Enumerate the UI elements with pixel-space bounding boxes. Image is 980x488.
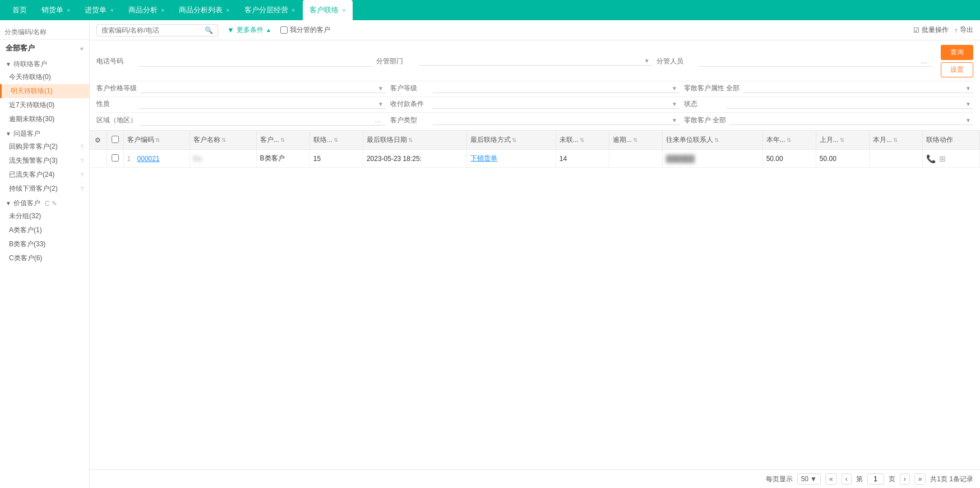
value-extra-icons[interactable]: C ✎ [45, 200, 57, 208]
nav-home[interactable]: 首页 [6, 0, 34, 20]
th-not-linked: 未联...⇅ [556, 131, 609, 150]
sort-name-icon[interactable]: ⇅ [221, 137, 226, 143]
close-product-analysis-list-icon[interactable]: × [226, 7, 229, 13]
prev-page-btn[interactable]: ‹ [842, 473, 852, 485]
sidebar-item-declining[interactable]: 持续下滑客户(2) ? [0, 182, 89, 196]
sort-type-icon[interactable]: ⇅ [280, 137, 285, 143]
sort-contact-person-icon[interactable]: ⇅ [714, 137, 719, 143]
sidebar-item-class-b[interactable]: B类客户(33) [0, 237, 89, 251]
filter-region-select[interactable]: … [140, 115, 386, 126]
th-name-label: 客户名称 [193, 136, 220, 144]
filter-phone-input[interactable] [139, 56, 372, 67]
filter-dept-select[interactable]: ▼ [419, 57, 651, 66]
select-all-checkbox[interactable] [112, 136, 119, 143]
sort-overdue-icon[interactable]: ⇅ [633, 137, 637, 143]
query-button[interactable]: 查询 [941, 45, 973, 60]
filter-level-select[interactable]: ▼ [433, 84, 679, 93]
close-customer-contact-icon[interactable]: × [342, 7, 345, 13]
nav-purchase[interactable]: 进货单 × [78, 0, 120, 20]
sidebar-item-class-a[interactable]: A类客户(1) [0, 223, 89, 237]
row-overdue [609, 150, 662, 168]
filter-price-level: 客户价格等级 ▼ [96, 84, 386, 93]
row-code-value[interactable]: 000021 [137, 155, 160, 163]
row-last-method-value[interactable]: 下销货单 [470, 154, 497, 162]
current-page-input[interactable] [867, 473, 884, 485]
group-pending-contact[interactable]: ▼ 待联络客户 [0, 57, 89, 70]
filter-status-select[interactable]: ▼ [727, 100, 973, 109]
settings-button[interactable]: 设置 [941, 62, 973, 77]
filter-payment-select[interactable]: ▼ [433, 100, 679, 109]
help-declining-icon: ? [80, 186, 84, 192]
th-type-label: 客户... [260, 136, 279, 144]
filter-person-label: 分管人员 [657, 57, 696, 66]
filter-retail-customer-select[interactable]: ▼ [729, 116, 973, 125]
sort-this-year-icon[interactable]: ⇅ [787, 137, 791, 143]
all-customers-title[interactable]: 全部客户 « [0, 40, 89, 57]
sort-last-month-icon[interactable]: ⇅ [840, 137, 844, 143]
settings-icon[interactable]: ⚙ [95, 136, 101, 144]
sidebar-item-repurchase-abnormal[interactable]: 回购异常客户(2) ? [0, 140, 89, 154]
table-container: ⚙ 客户编码⇅ 客户名称⇅ 客户...⇅ 联络...⇅ 最后联络日期⇅ 最后联络… [90, 131, 980, 469]
all-customers-label: 全部客户 [6, 43, 35, 53]
close-purchase-icon[interactable]: × [110, 7, 113, 13]
sort-this-month-icon[interactable]: ⇅ [893, 137, 898, 143]
nav-product-analysis[interactable]: 商品分析 × [122, 0, 171, 20]
close-sales-icon[interactable]: × [67, 7, 70, 13]
search-input[interactable] [101, 26, 202, 34]
sidebar-item-churn-warning[interactable]: 流失预警客户(3) ? [0, 154, 89, 168]
sort-not-linked-icon[interactable]: ⇅ [580, 137, 584, 143]
nav-customer-contact[interactable]: 客户联络 × [303, 0, 352, 20]
toolbar: 🔍 ▼ 更多条件 ▲ 我分管的客户 ☑ 批量操作 ↑ 导出 [90, 20, 980, 40]
page-size-select[interactable]: 50 ▼ [797, 473, 821, 485]
my-customers-checkbox-container[interactable]: 我分管的客户 [280, 25, 330, 35]
sort-last-method-icon[interactable]: ⇅ [512, 137, 516, 143]
row-checkbox[interactable] [112, 154, 119, 162]
help-churned-icon: ? [80, 172, 84, 178]
th-actions: 联络动作 [923, 131, 980, 150]
person-dots-icon[interactable]: … [918, 57, 930, 65]
filter-level-label: 客户等级 [390, 84, 429, 93]
sort-code-icon[interactable]: ⇅ [155, 137, 160, 143]
sort-last-date-icon[interactable]: ⇅ [408, 137, 413, 143]
th-contact-person: 往来单位联系人⇅ [663, 131, 763, 150]
group-problem-customers[interactable]: ▼ 问题客户 [0, 126, 89, 140]
help-churn-warning-icon: ? [80, 158, 84, 164]
sidebar-item-today[interactable]: 今天待联络(0) [0, 70, 89, 84]
batch-btn[interactable]: ☑ 批量操作 [913, 25, 949, 35]
action-phone-icon[interactable]: 📞 [926, 154, 936, 163]
filter-label: 更多条件 [237, 25, 264, 35]
filter-price-select[interactable]: ▼ [140, 84, 386, 93]
nav-product-analysis-list[interactable]: 商品分析列表 × [172, 0, 236, 20]
sidebar-item-7days[interactable]: 近7天待联络(0) [0, 98, 89, 112]
nav-customer-layered[interactable]: 客户分层经营 × [238, 0, 302, 20]
sort-contacts-icon[interactable]: ⇅ [334, 137, 338, 143]
search-icon[interactable]: 🔍 [205, 26, 213, 34]
more-filters-btn[interactable]: ▼ 更多条件 ▲ [223, 24, 276, 36]
next-page-btn[interactable]: › [900, 473, 910, 485]
filter-status-label: 状态 [684, 99, 723, 109]
region-dots-icon[interactable]: … [372, 116, 383, 124]
filter-person-select[interactable]: … [699, 56, 932, 67]
my-customers-checkbox[interactable] [280, 26, 288, 34]
row-contact-person-value: ██████ [666, 155, 695, 163]
first-page-btn[interactable]: « [825, 473, 837, 485]
export-btn[interactable]: ↑ 导出 [954, 25, 973, 35]
filter-phone: 电话号码 [96, 56, 372, 67]
sidebar-item-class-c[interactable]: C类客户(6) [0, 251, 89, 265]
sidebar-item-unclassified[interactable]: 未分组(32) [0, 209, 89, 223]
nav-sales[interactable]: 销货单 × [35, 0, 77, 20]
arrow-problem-icon: ▼ [6, 131, 11, 137]
sidebar-item-churned[interactable]: 已流失客户(24) ? [0, 168, 89, 182]
sidebar-item-tomorrow[interactable]: 明天待联络(1) [0, 84, 89, 98]
action-grid-icon[interactable]: ⊞ [939, 154, 946, 163]
filter-retail-attr-select[interactable]: ▼ [743, 84, 973, 93]
sidebar-item-overdue[interactable]: 逾期未联络(30) [0, 112, 89, 126]
th-name: 客户名称⇅ [190, 131, 256, 150]
close-product-analysis-icon[interactable]: × [161, 7, 164, 13]
sidebar-search-input[interactable] [4, 28, 89, 36]
filter-customer-type-select[interactable]: ▼ [433, 116, 679, 125]
group-value-customers[interactable]: ▼ 价值客户 C ✎ [0, 196, 89, 209]
filter-nature-select[interactable]: ▼ [139, 100, 386, 109]
last-page-btn[interactable]: » [914, 473, 926, 485]
close-customer-layered-icon[interactable]: × [292, 7, 295, 13]
